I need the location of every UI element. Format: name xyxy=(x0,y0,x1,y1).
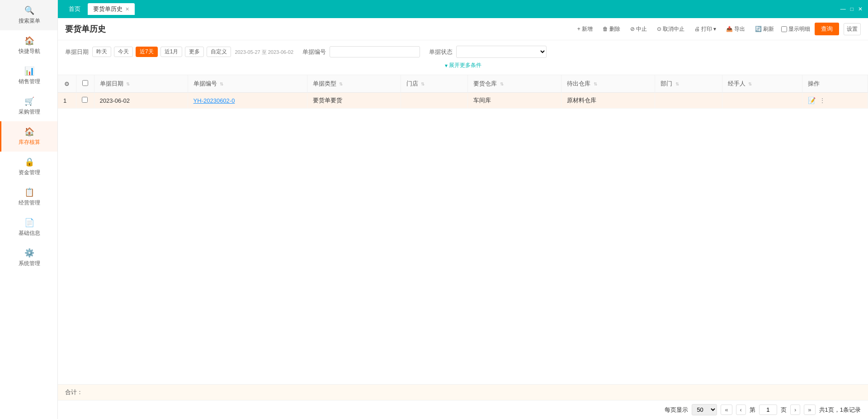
date-btn-1month[interactable]: 近1月 xyxy=(160,47,183,57)
edit-icon[interactable]: 📝 xyxy=(808,97,816,104)
delete-button[interactable]: 🗑 删除 xyxy=(600,24,623,35)
tab-close-icon[interactable]: ✕ xyxy=(125,6,129,12)
sort-date-icon: ⇅ xyxy=(126,81,130,86)
status-select[interactable] xyxy=(456,46,547,58)
delete-icon: 🗑 xyxy=(603,26,608,32)
date-btn-more[interactable]: 更多 xyxy=(185,47,204,57)
cell-handler xyxy=(722,93,802,109)
close-button[interactable]: ✕ xyxy=(858,6,863,12)
col-req-warehouse[interactable]: 要货仓库 ⇅ xyxy=(468,75,561,93)
maximize-button[interactable]: □ xyxy=(850,6,854,12)
row-checkbox[interactable] xyxy=(82,97,88,103)
topbar-window-actions: — □ ✕ xyxy=(840,6,863,12)
pagination: 每页显示 50 20 100 200 « ‹ 第 页 › » 共1页，1条记录 xyxy=(58,400,868,419)
doc-no-input[interactable] xyxy=(330,46,420,57)
finance-icon: 🔒 xyxy=(24,157,34,167)
export-button[interactable]: 📤 导出 xyxy=(723,24,748,35)
expand-more-button[interactable]: ▾ 展开更多条件 xyxy=(445,62,481,69)
expand-icon: ▾ xyxy=(445,62,448,69)
sidebar-item-sys-mgmt[interactable]: ⚙️ 系统管理 xyxy=(0,243,57,273)
sort-doc-no-icon: ⇅ xyxy=(220,81,223,86)
col-date[interactable]: 单据日期 ⇅ xyxy=(94,75,188,93)
sidebar-item-purchase-mgmt[interactable]: 🛒 采购管理 xyxy=(0,91,57,121)
header-actions: + 新增 🗑 删除 ⊘ 中止 ⊙ 取消中止 🖨 打印 ▾ xyxy=(575,23,861,35)
sidebar-item-basic-info[interactable]: 📄 基础信息 xyxy=(0,212,57,243)
sidebar-item-search-menu[interactable]: 🔍 搜索菜单 xyxy=(0,0,57,30)
page-size-select[interactable]: 50 20 100 200 xyxy=(692,404,717,415)
print-icon: 🖨 xyxy=(694,26,700,32)
print-dropdown-icon: ▾ xyxy=(713,26,716,32)
more-actions-icon[interactable]: ⋮ xyxy=(819,97,826,104)
date-btn-custom[interactable]: 自定义 xyxy=(207,47,231,57)
date-btn-7days[interactable]: 近7天 xyxy=(136,47,158,57)
ops-icon: 📋 xyxy=(24,187,34,197)
page-number-input[interactable] xyxy=(759,405,777,415)
sort-department-icon: ⇅ xyxy=(675,81,679,86)
first-page-button[interactable]: « xyxy=(721,405,732,415)
page-size-label: 每页显示 xyxy=(665,406,688,414)
doc-no-link[interactable]: YH-20230602-0 xyxy=(193,97,235,104)
refresh-button[interactable]: 🔄 刷新 xyxy=(752,24,777,35)
sidebar-item-label: 系统管理 xyxy=(19,260,40,267)
print-button[interactable]: 🖨 打印 ▾ xyxy=(692,24,719,35)
display-detail-toggle[interactable]: 显示明细 xyxy=(781,25,810,33)
sidebar-item-label: 采购管理 xyxy=(19,108,40,116)
sort-handler-icon: ⇅ xyxy=(748,81,752,86)
select-all-checkbox[interactable] xyxy=(82,80,88,86)
col-department[interactable]: 部门 ⇅ xyxy=(655,75,722,93)
sidebar-item-label: 资金管理 xyxy=(19,169,40,176)
col-doc-no[interactable]: 单据编号 ⇅ xyxy=(188,75,307,93)
basic-info-icon: 📄 xyxy=(24,218,34,228)
table-row: 1 2023-06-02 YH-20230602-0 要货单要货 车间库 原材料… xyxy=(58,93,868,109)
last-page-button[interactable]: » xyxy=(804,405,815,415)
col-doc-type[interactable]: 单据类型 ⇅ xyxy=(307,75,401,93)
date-btn-today[interactable]: 今天 xyxy=(114,47,133,57)
filter-area: 单据日期 昨天 今天 近7天 近1月 更多 自定义 2023-05-27 至 2… xyxy=(58,40,868,75)
new-button[interactable]: + 新增 xyxy=(575,24,595,35)
stop-icon: ⊘ xyxy=(630,26,635,32)
minimize-button[interactable]: — xyxy=(840,6,846,12)
cell-checkbox xyxy=(76,93,94,109)
date-btn-yesterday[interactable]: 昨天 xyxy=(92,47,111,57)
table-header-row: ⚙ 单据日期 ⇅ 单据编号 ⇅ 单据类型 xyxy=(58,75,868,93)
col-handler[interactable]: 经手人 ⇅ xyxy=(722,75,802,93)
refresh-icon: 🔄 xyxy=(755,26,762,32)
cell-req-warehouse: 车间库 xyxy=(468,93,561,109)
sidebar-item-label: 库存核算 xyxy=(19,138,40,146)
cancel-stop-icon: ⊙ xyxy=(657,26,661,32)
row-action-buttons: 📝 ⋮ xyxy=(808,97,862,104)
sort-store-icon: ⇅ xyxy=(421,81,425,86)
sidebar-item-label: 基础信息 xyxy=(19,229,40,237)
stop-button[interactable]: ⊘ 中止 xyxy=(627,24,650,35)
main-content: 首页 要货单历史 ✕ — □ ✕ 要货单历史 + 新增 🗑 删除 ⊘ 中 xyxy=(58,0,868,419)
filter-group-doc-no: 单据编号 xyxy=(302,46,420,57)
page-suffix: 页 xyxy=(781,406,787,414)
sidebar-item-quick-nav[interactable]: 🏠 快捷导航 xyxy=(0,30,57,61)
sidebar-item-label: 销售管理 xyxy=(19,78,40,86)
col-store[interactable]: 门店 ⇅ xyxy=(401,75,467,93)
sidebar-item-finance[interactable]: 🔒 资金管理 xyxy=(0,152,57,182)
sidebar-item-sales-mgmt[interactable]: 📊 销售管理 xyxy=(0,61,57,91)
date-range-display: 2023-05-27 至 2023-06-02 xyxy=(235,48,293,56)
sidebar: 🔍 搜索菜单 🏠 快捷导航 📊 销售管理 🛒 采购管理 🏠 库存核算 🔒 资金管… xyxy=(0,0,58,419)
filter-row-1: 单据日期 昨天 今天 近7天 近1月 更多 自定义 2023-05-27 至 2… xyxy=(65,46,861,58)
filter-group-date: 单据日期 昨天 今天 近7天 近1月 更多 自定义 2023-05-27 至 2… xyxy=(65,47,293,57)
next-page-button[interactable]: › xyxy=(790,405,800,415)
col-pending-warehouse[interactable]: 待出仓库 ⇅ xyxy=(561,75,655,93)
col-settings[interactable]: ⚙ xyxy=(58,75,76,93)
cell-actions: 📝 ⋮ xyxy=(802,93,868,109)
tab-requisition-history[interactable]: 要货单历史 ✕ xyxy=(88,3,135,15)
table-footer: 合计： xyxy=(58,384,868,400)
prev-page-button[interactable]: ‹ xyxy=(736,405,746,415)
sort-doc-type-icon: ⇅ xyxy=(339,81,343,86)
settings-button[interactable]: 设置 xyxy=(844,23,861,35)
display-detail-checkbox[interactable] xyxy=(781,26,787,32)
query-button[interactable]: 查询 xyxy=(815,23,839,35)
tab-home[interactable]: 首页 xyxy=(63,3,86,15)
table-container: ⚙ 单据日期 ⇅ 单据编号 ⇅ 单据类型 xyxy=(58,75,868,384)
cancel-stop-button[interactable]: ⊙ 取消中止 xyxy=(654,24,687,35)
sidebar-item-inventory[interactable]: 🏠 库存核算 xyxy=(0,121,57,152)
cell-doc-no: YH-20230602-0 xyxy=(188,93,307,109)
sidebar-item-ops-mgmt[interactable]: 📋 经营管理 xyxy=(0,182,57,212)
quick-nav-icon: 🏠 xyxy=(24,36,34,46)
